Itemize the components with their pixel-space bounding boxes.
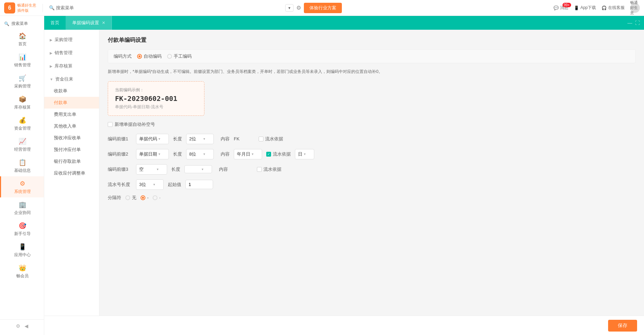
chevron-down-icon: ▾ [304,152,306,156]
auto-fill-checkbox[interactable] [108,122,113,127]
sidebar-item-apps[interactable]: 📱 应用中心 [0,240,44,261]
chevron-down-icon: ▾ [158,137,160,141]
avatar[interactable]: 畅通好生意 [630,3,640,13]
sidebar-item-member[interactable]: 👑 畅会员 [0,261,44,282]
radio-manual[interactable]: 手工编码 [167,53,192,59]
sidebar-item-sales[interactable]: 📊 销售管理 [0,50,44,71]
chevron-down-icon: ▼ [50,77,53,81]
prefix3-label: 编码前缀3 [108,166,132,173]
sep-dot-label: · [159,195,161,200]
sidebar-item-purchase[interactable]: 🛒 采购管理 [0,71,44,92]
sub-group-purchase: ▶ 采购管理 [44,34,99,46]
prefix3-length-select[interactable]: ▾ [184,165,212,173]
app-download-btn[interactable]: 📱 App下载 [574,5,596,11]
prefix2-select[interactable]: 单据日期 ▾ [136,149,169,159]
tab-encoding[interactable]: 单据编码设置 ✕ [66,16,112,30]
prefix1-select[interactable]: 单据代码 ▾ [136,134,169,144]
minimize-icon[interactable]: — [627,20,632,26]
save-button[interactable]: 保存 [608,320,637,332]
chevron-down-icon: ▾ [203,137,205,141]
chevron-down-icon: ▾ [153,183,155,186]
tab-home[interactable]: 首页 [44,16,66,30]
message-icon: 💬 [554,6,559,10]
sidebar-search[interactable]: 🔍 搜索菜单 [0,19,44,29]
prefix1-length-select[interactable]: 2位 ▾ [186,134,214,144]
dropdown-btn[interactable]: ▾ [285,4,294,12]
prefix2-period-select[interactable]: 日 ▾ [295,149,314,159]
sub-item-prepay-receipt[interactable]: 预收冲应收单 [44,132,99,144]
prefix1-content-val: FK [234,136,254,141]
prefix1-serial-checkbox[interactable] [259,137,263,141]
prefix2-serial-checkbox[interactable]: ✓ [266,152,271,157]
sep-dash-dot [141,195,145,200]
sub-group-inventory: ▶ 库存核算 [44,60,99,72]
radio-manual-label: 手工编码 [174,53,192,59]
sidebar-item-inventory[interactable]: 📦 库存核算 [0,92,44,113]
sidebar-item-basics[interactable]: 📋 基础信息 [0,155,44,176]
sidebar-item-enterprise[interactable]: 🏢 企业协同 [0,197,44,218]
sub-item-other-income[interactable]: 其他收入单 [44,120,99,132]
collapse-btn[interactable]: ◀ [25,323,28,329]
tab-close-icon[interactable]: ✕ [102,20,105,25]
prefix2-serial-check: ✓ 流水依据 [266,151,291,157]
apps-icon: 📱 [19,243,26,251]
search-menu-btn[interactable]: 🔍 搜索菜单 [49,5,74,11]
prefix2-serial-label: 流水依据 [273,151,291,157]
online-service-btn[interactable]: 🎧 在线客服 [602,5,625,11]
serial-row: 流水号长度 3位 ▾ 起始值 [108,179,636,190]
sub-group-inventory-title[interactable]: ▶ 库存核算 [44,60,99,72]
sep-none-radio[interactable]: 无 [125,195,136,201]
prefix3-serial-checkbox[interactable] [257,167,262,172]
auto-fill-label: 新增单据自动补空号 [115,121,155,128]
sub-item-ar-ap[interactable]: 应收应付调整单 [44,167,99,179]
sidebar-item-label: 应用中心 [14,252,31,258]
sidebar-item-home[interactable]: 🏠 首页 [0,29,44,50]
sub-item-bank-deposit[interactable]: 银行存取款单 [44,156,99,167]
sep-dot-dot [153,195,157,200]
sidebar-item-operations[interactable]: 📈 经营管理 [0,134,44,155]
start-val-input[interactable] [185,180,213,189]
prefix1-serial-check: 流水依据 [259,136,283,142]
serial-length-select[interactable]: 3位 ▾ [136,179,164,190]
serial-length-label: 流水号长度 [108,182,132,188]
sidebar-item-finance[interactable]: 💰 资金管理 [0,113,44,134]
operations-icon: 📈 [19,138,26,145]
sub-group-funds-title[interactable]: ▼ 资金往来 [44,73,99,85]
sub-item-receipt[interactable]: 收款单 [44,85,99,97]
sidebar-item-system[interactable]: ⚙ 系统管理 [0,176,44,197]
sep-dot-radio[interactable]: · [153,195,161,200]
radio-auto[interactable]: 自动编码 [137,53,162,59]
search-icon: 🔍 [4,21,9,26]
layout: 🔍 搜索菜单 🏠 首页 📊 销售管理 🛒 采购管理 📦 库存核算 💰 资金管理 … [0,0,644,335]
prefix3-serial-check: 流水依据 [257,166,281,173]
chevron-down-icon: ▾ [202,167,203,171]
maximize-icon[interactable]: ⛶ [635,20,640,26]
prefix1-serial-label: 流水依据 [265,136,283,142]
message-btn[interactable]: 💬 消息 99+ [554,5,568,11]
page-content: 付款单编码设置 编码方式 自动编码 手工编码 [99,30,644,335]
sub-item-expense[interactable]: 费用支出单 [44,109,99,120]
prefix2-length-select[interactable]: 8位 ▾ [186,149,214,159]
system-icon: ⚙ [20,180,25,187]
prefix3-select[interactable]: 空 ▾ [136,164,167,175]
sub-group-purchase-title[interactable]: ▶ 采购管理 [44,34,99,46]
sidebar-item-label: 采购管理 [14,83,31,89]
sidebar-item-label: 资金管理 [14,125,31,131]
preview-label: 当前编码示例： [115,87,197,93]
sub-group-sales-title[interactable]: ▶ 销售管理 [44,47,99,59]
sep-dash-radio[interactable]: - [141,195,148,200]
prefix3-serial-label: 流水依据 [263,166,281,173]
chevron-down-icon: ▾ [157,167,158,171]
prefix2-content-select[interactable]: 年月日 ▾ [234,149,262,159]
settings-bottom-btn[interactable]: ⚙ [16,323,20,329]
gear-icon[interactable]: ⚙ [296,4,301,11]
sidebar-item-guide[interactable]: 🎯 新手引导 [0,218,44,240]
prefix1-content-label: 内容 [221,136,230,142]
sidebar-item-label: 新手引导 [14,231,31,237]
experience-btn[interactable]: 体验行业方案 [304,3,342,13]
sub-item-payment[interactable]: 付款单 [44,97,99,109]
tabbar: 首页 单据编码设置 ✕ — ⛶ [44,16,644,30]
service-icon: 🎧 [602,6,607,10]
sub-item-prepay-payment[interactable]: 预付冲应付单 [44,144,99,156]
chevron-right-icon: ▶ [50,51,52,55]
